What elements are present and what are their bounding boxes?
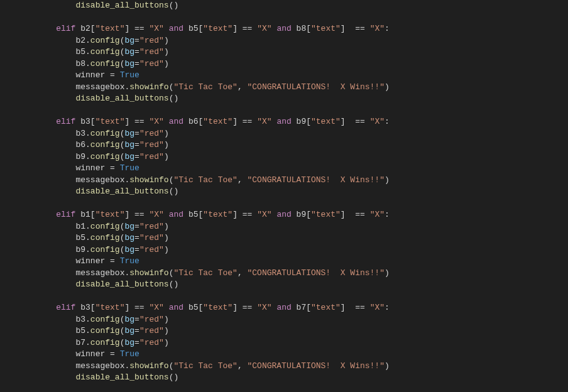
code-token: "X" — [370, 117, 385, 126]
code-token: bg — [124, 326, 134, 335]
code-line[interactable]: elif b2["text"] == "X" and b5["text"] ==… — [36, 23, 568, 35]
code-line[interactable]: messagebox.showinfo("Tic Tac Toe", "CONG… — [36, 82, 568, 94]
code-token: config — [90, 47, 120, 57]
code-token: True — [120, 256, 139, 266]
code-token: config — [90, 233, 120, 242]
code-line[interactable]: disable_all_buttons() — [36, 93, 568, 105]
code-token: ) — [164, 222, 169, 231]
code-line[interactable]: elif b1["text"] == "X" and b5["text"] ==… — [36, 209, 568, 221]
code-line[interactable]: b7.config(bg="red") — [36, 337, 568, 349]
code-token: and — [169, 210, 183, 219]
code-line[interactable]: b3.config(bg="red") — [36, 314, 568, 326]
code-line[interactable]: b8.config(bg="red") — [36, 58, 568, 70]
code-token: ) — [164, 233, 169, 242]
code-token: "red" — [139, 59, 164, 68]
code-token: = — [134, 222, 139, 231]
code-token: showinfo — [129, 175, 168, 185]
code-token: = — [134, 140, 139, 150]
code-token: = — [134, 233, 139, 242]
code-token: "text" — [203, 117, 232, 126]
code-token: "X" — [370, 210, 385, 219]
code-token: "text" — [203, 210, 232, 219]
code-token: "X" — [149, 24, 163, 33]
code-token: b6. — [75, 140, 90, 150]
code-line[interactable]: disable_all_buttons() — [36, 0, 568, 12]
code-token: disable_all_buttons — [75, 94, 168, 103]
code-token: ) — [164, 36, 169, 45]
code-token: ] == — [124, 210, 149, 219]
code-token: b9[ — [292, 210, 311, 219]
code-token: disable_all_buttons — [75, 373, 168, 382]
code-line[interactable]: disable_all_buttons() — [36, 372, 568, 384]
code-line[interactable] — [36, 12, 568, 24]
code-token: b5. — [75, 233, 90, 242]
code-line[interactable]: elif b3["text"] == "X" and b5["text"] ==… — [36, 302, 568, 314]
code-token: config — [90, 326, 120, 335]
code-token: "text" — [311, 303, 341, 312]
code-token: () — [169, 280, 179, 289]
code-token: and — [169, 24, 183, 33]
code-token: config — [90, 140, 120, 150]
code-line[interactable]: disable_all_buttons() — [36, 186, 568, 198]
code-token: = — [134, 129, 139, 138]
code-line[interactable]: b9.config(bg="red") — [36, 244, 568, 256]
code-token: bg — [124, 129, 134, 138]
code-token: b7[ — [292, 303, 311, 312]
code-token: ) — [164, 326, 169, 335]
code-token: True — [120, 163, 139, 173]
code-token: and — [276, 210, 291, 219]
code-line[interactable] — [36, 105, 568, 117]
code-line[interactable]: disable_all_buttons() — [36, 279, 568, 291]
code-line[interactable]: messagebox.showinfo("Tic Tac Toe", "CONG… — [36, 268, 568, 280]
code-line[interactable]: winner = True — [36, 163, 568, 175]
code-line[interactable]: messagebox.showinfo("Tic Tac Toe", "CONG… — [36, 361, 568, 373]
code-line[interactable]: b6.config(bg="red") — [36, 139, 568, 151]
code-token: and — [276, 24, 291, 33]
code-token: "X" — [257, 24, 271, 33]
code-line[interactable]: elif b3["text"] == "X" and b6["text"] ==… — [36, 116, 568, 128]
code-token: "red" — [139, 315, 164, 324]
code-token: ) — [164, 152, 169, 161]
code-token: = — [134, 59, 139, 68]
code-token: b3[ — [75, 117, 95, 126]
code-token: and — [169, 303, 183, 312]
code-token: () — [169, 94, 179, 103]
code-token: "X" — [149, 210, 163, 219]
code-line[interactable]: b5.config(bg="red") — [36, 325, 568, 337]
code-token: elif — [56, 303, 75, 312]
code-line[interactable]: b2.config(bg="red") — [36, 35, 568, 47]
code-token: b9[ — [292, 117, 311, 126]
code-token: config — [90, 129, 120, 138]
code-line[interactable]: winner = True — [36, 70, 568, 82]
code-line[interactable]: winner = True — [36, 349, 568, 361]
code-content[interactable]: disable_all_buttons() elif b2["text"] ==… — [18, 0, 568, 392]
code-token: , — [238, 175, 248, 185]
code-token — [164, 24, 169, 33]
code-token: b5[ — [183, 303, 203, 312]
code-token: , — [238, 268, 248, 278]
code-token: "red" — [139, 222, 164, 231]
code-token: winner = — [75, 163, 119, 173]
code-token: () — [169, 1, 179, 10]
code-token: "CONGRATULATIONS! X Wins!!" — [248, 82, 385, 92]
code-token: ) — [164, 338, 169, 347]
code-token: "Tic Tac Toe" — [173, 175, 237, 185]
code-token: ] == — [232, 303, 257, 312]
code-token — [164, 303, 169, 312]
code-line[interactable]: b5.config(bg="red") — [36, 232, 568, 244]
code-line[interactable]: b9.config(bg="red") — [36, 151, 568, 163]
code-token: ] == — [124, 303, 149, 312]
code-line[interactable]: b5.config(bg="red") — [36, 46, 568, 58]
code-line[interactable] — [36, 198, 568, 210]
code-token: and — [169, 117, 183, 126]
code-token: bg — [124, 36, 134, 45]
code-line[interactable]: winner = True — [36, 256, 568, 268]
code-editor[interactable]: disable_all_buttons() elif b2["text"] ==… — [0, 0, 568, 392]
code-line[interactable]: b3.config(bg="red") — [36, 128, 568, 140]
code-line[interactable]: b1.config(bg="red") — [36, 221, 568, 233]
code-line[interactable] — [36, 291, 568, 303]
code-token: config — [90, 245, 120, 254]
code-token: ] == — [341, 24, 370, 33]
code-line[interactable]: messagebox.showinfo("Tic Tac Toe", "CONG… — [36, 175, 568, 187]
code-token: : — [385, 117, 390, 126]
